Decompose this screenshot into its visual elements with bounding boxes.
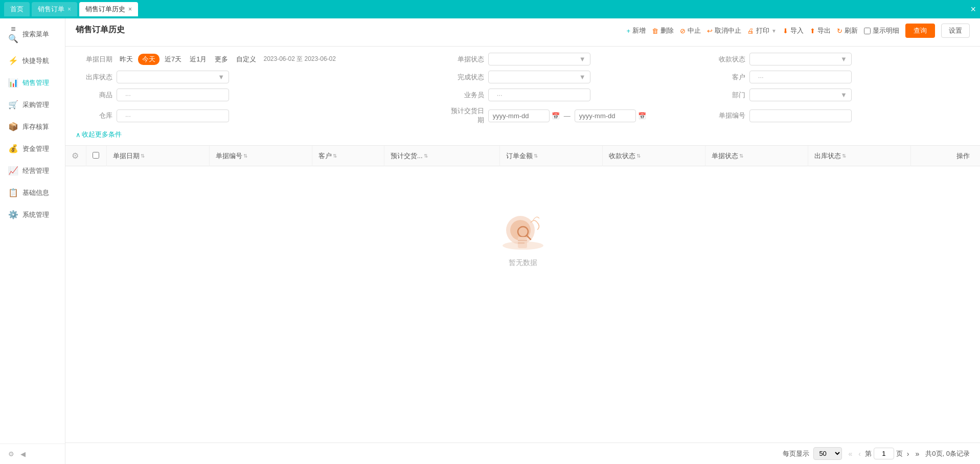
page-label: 第	[865, 449, 872, 458]
outbound-status-select[interactable]: ▼	[117, 71, 229, 83]
sidebar-item-system-mgmt[interactable]: ⚙️ 系统管理	[0, 204, 65, 226]
date-range-text: 2023-06-02 至 2023-06-02	[263, 55, 335, 63]
first-page-button[interactable]: «	[846, 449, 854, 459]
completion-status-label: 完成状态	[447, 73, 488, 82]
order-status-arrow-icon: ▼	[579, 55, 586, 63]
sidebar-item-search-menu[interactable]: ≡🔍 搜索菜单	[0, 18, 65, 50]
quick-nav-icon: ⚡	[8, 56, 18, 65]
per-page-select[interactable]: 50 10 20 100	[813, 447, 842, 460]
delivery-date-end[interactable]	[575, 109, 636, 122]
department-label: 部门	[709, 91, 749, 100]
date-tab-7days[interactable]: 近7天	[162, 54, 185, 65]
order-status-field[interactable]: ▼	[488, 53, 709, 65]
th-date-sort[interactable]: 单据日期 ⇅	[113, 151, 203, 161]
filter-row-4: 仓库 ··· 预计交货日期 📅 — 📅 单据编号	[76, 106, 970, 125]
sidebar-bottom: ⚙ ◀	[0, 444, 65, 464]
delete-button[interactable]: 🗑 删除	[652, 26, 674, 35]
sales-person-label: 业务员	[447, 91, 488, 100]
receipt-status-select[interactable]: ▼	[749, 53, 852, 65]
completion-status-arrow-icon: ▼	[579, 73, 586, 81]
product-select[interactable]: ···	[117, 89, 229, 101]
th-expected-delivery-sort[interactable]: 预计交货... ⇅	[391, 151, 493, 161]
show-detail-checkbox-area[interactable]: 显示明细	[864, 26, 899, 35]
date-tab-1month[interactable]: 近1月	[187, 54, 210, 65]
last-page-button[interactable]: »	[914, 449, 922, 459]
order-number-input[interactable]	[749, 109, 852, 122]
page-header: 销售订单历史 + 新增 🗑 删除 ⊘ 中止 ↩	[65, 18, 980, 47]
warehouse-select[interactable]: ···	[117, 109, 229, 122]
query-button[interactable]: 查询	[905, 24, 935, 38]
sidebar-item-finance[interactable]: 💰 资金管理	[0, 138, 65, 160]
stop-button[interactable]: ⊘ 中止	[680, 26, 701, 35]
settings-button[interactable]: 设置	[941, 24, 970, 38]
order-status-select[interactable]: ▼	[488, 53, 590, 65]
th-order-status-sort[interactable]: 单据状态 ⇅	[712, 151, 802, 161]
th-receipt-status-sort[interactable]: 收款状态 ⇅	[609, 151, 699, 161]
sidebar-item-operations[interactable]: 📈 经营管理	[0, 160, 65, 182]
calendar-icon-end[interactable]: 📅	[638, 112, 646, 120]
add-button[interactable]: + 新增	[627, 26, 646, 35]
prev-page-button[interactable]: ‹	[856, 449, 863, 459]
th-expected-delivery: 预计交货... ⇅	[384, 146, 499, 166]
empty-state-illustration	[492, 207, 554, 258]
completion-status-select[interactable]: ▼	[488, 71, 590, 83]
export-button[interactable]: ⬆ 导出	[810, 26, 831, 35]
th-customer-sort[interactable]: 客户 ⇅	[318, 151, 378, 161]
date-tab-more[interactable]: 更多	[212, 54, 231, 65]
empty-cell: 暂无数据	[65, 166, 980, 309]
sales-mgmt-icon: 📊	[8, 78, 18, 87]
toolbar: + 新增 🗑 删除 ⊘ 中止 ↩ 取消中止	[627, 24, 970, 42]
tab-sales-order-label: 销售订单	[38, 5, 64, 14]
cancel-stop-button[interactable]: ↩ 取消中止	[707, 26, 741, 35]
sidebar-collapse-icon[interactable]: ◀	[20, 450, 26, 458]
top-close-button[interactable]: ×	[970, 4, 976, 15]
th-number: 单据编号 ⇅	[209, 146, 312, 166]
date-tab-today[interactable]: 今天	[138, 54, 159, 65]
th-gear[interactable]: ⚙	[65, 146, 86, 166]
date-tab-custom[interactable]: 自定义	[233, 54, 259, 65]
th-receipt-status-sort-icon: ⇅	[636, 153, 641, 159]
sidebar-item-base-info[interactable]: 📋 基础信息	[0, 182, 65, 204]
th-outbound-status-sort[interactable]: 出库状态 ⇅	[814, 151, 904, 161]
th-number-sort[interactable]: 单据编号 ⇅	[216, 151, 306, 161]
calendar-icon-start[interactable]: 📅	[552, 112, 560, 120]
print-chevron-icon: ▼	[771, 28, 777, 34]
expected-delivery-label: 预计交货日期	[447, 106, 488, 125]
sidebar-item-quick-nav[interactable]: ⚡ 快捷导航	[0, 50, 65, 72]
page-number-input[interactable]	[874, 448, 894, 459]
sidebar-item-inventory[interactable]: 📦 库存核算	[0, 116, 65, 138]
cancel-stop-icon: ↩	[707, 27, 713, 35]
sidebar: ≡🔍 搜索菜单 ⚡ 快捷导航 📊 销售管理 🛒 采购管理 📦 库存核算 💰 资金…	[0, 18, 65, 464]
customer-label: 客户	[709, 73, 749, 82]
date-tab-yesterday[interactable]: 昨天	[117, 54, 136, 65]
customer-select[interactable]: ···	[749, 71, 852, 83]
tab-sales-order-history-close[interactable]: ×	[128, 6, 132, 13]
tab-home[interactable]: 首页	[4, 2, 30, 16]
refresh-icon: ↻	[837, 27, 842, 35]
delivery-date-start[interactable]	[488, 109, 550, 122]
sidebar-item-purchase-mgmt[interactable]: 🛒 采购管理	[0, 94, 65, 116]
show-detail-checkbox[interactable]	[864, 28, 871, 34]
collapse-button[interactable]: ∧ 收起更多条件	[76, 130, 970, 139]
tab-sales-order-history[interactable]: 销售订单历史 ×	[79, 2, 138, 16]
department-select[interactable]: ▼	[749, 89, 852, 101]
sidebar-item-inventory-label: 库存核算	[22, 122, 49, 131]
tab-sales-order-close[interactable]: ×	[67, 6, 71, 13]
print-button[interactable]: 🖨 打印 ▼	[747, 26, 777, 35]
import-button[interactable]: ⬇ 导入	[783, 26, 804, 35]
next-page-button[interactable]: ›	[905, 449, 911, 459]
sales-person-select[interactable]: ···	[488, 89, 590, 101]
base-info-icon: 📋	[8, 188, 18, 197]
th-order-amount-sort[interactable]: 订单金额 ⇅	[506, 151, 596, 161]
sidebar-item-finance-label: 资金管理	[22, 144, 49, 153]
refresh-button[interactable]: ↻ 刷新	[837, 26, 858, 35]
sidebar-settings-icon[interactable]: ⚙	[8, 450, 14, 458]
product-label: 商品	[76, 91, 117, 100]
select-all-checkbox[interactable]	[93, 152, 99, 159]
product-ellipsis-icon: ···	[125, 91, 131, 99]
th-checkbox[interactable]	[86, 146, 106, 166]
tab-sales-order[interactable]: 销售订单 ×	[32, 2, 77, 16]
sidebar-item-sales-mgmt[interactable]: 📊 销售管理	[0, 72, 65, 94]
total-info: 共0页, 0条记录	[925, 449, 970, 458]
operations-icon: 📈	[8, 166, 18, 175]
